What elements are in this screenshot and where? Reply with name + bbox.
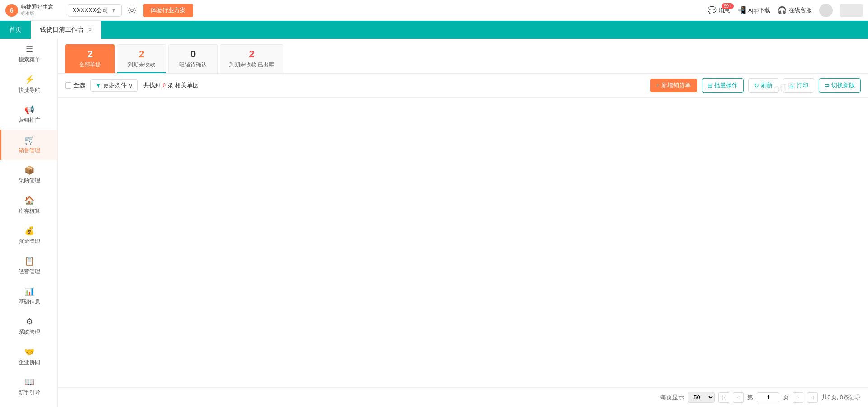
close-tab-icon[interactable]: ✕ bbox=[88, 27, 92, 33]
company-selector[interactable]: XXXXXX公司 ▼ bbox=[68, 4, 122, 17]
online-service-item[interactable]: 🎧 在线客服 bbox=[778, 6, 812, 14]
result-prefix: 共找到 bbox=[143, 82, 161, 89]
stat-all-label: 全部单据 bbox=[75, 61, 105, 69]
stat-wangpu-count: 0 bbox=[178, 48, 208, 60]
last-page-button[interactable]: ⟩⟩ bbox=[807, 392, 818, 403]
sidebar-item-label: 系统管理 bbox=[19, 328, 40, 336]
sidebar-item-apps[interactable]: 📱 应用中心 bbox=[0, 402, 57, 407]
switch-icon: ⇄ bbox=[825, 82, 830, 89]
stat-wangpu-label: 旺铺待确认 bbox=[178, 61, 208, 69]
sidebar-item-label: 新手引导 bbox=[19, 389, 40, 397]
experience-button[interactable]: 体验行业方案 bbox=[143, 4, 193, 17]
tab-bar: 首页 钱货日清工作台 ✕ bbox=[0, 21, 868, 39]
notification-item[interactable]: 💬 消息 99 bbox=[708, 6, 730, 14]
system-icon: ⚙ bbox=[26, 317, 33, 327]
first-page-button[interactable]: ⟨⟨ bbox=[718, 392, 729, 403]
filter-button[interactable]: ▼ 更多条件 ∨ bbox=[90, 79, 138, 92]
logo-name: 畅捷通好生意 bbox=[21, 4, 53, 11]
settings-button[interactable] bbox=[125, 4, 139, 17]
print-button[interactable]: 🖨 打印 bbox=[783, 78, 814, 93]
filter-label: 更多条件 bbox=[103, 81, 127, 89]
sidebar-item-system[interactable]: ⚙ 系统管理 bbox=[0, 311, 57, 342]
logo-subtitle: 标准版 bbox=[21, 10, 53, 17]
data-table-area bbox=[58, 98, 868, 387]
switch-version-button[interactable]: ⇄ 切换新版 bbox=[819, 78, 861, 93]
enterprise-icon: 🤝 bbox=[24, 347, 34, 357]
sidebar-item-quicknav[interactable]: ⚡ 快捷导航 bbox=[0, 69, 57, 99]
stat-overdue-label: 到期未收款 bbox=[126, 61, 157, 69]
total-info: 共0页, 0条记录 bbox=[821, 393, 861, 402]
sidebar-item-enterprise[interactable]: 🤝 企业协同 bbox=[0, 342, 57, 372]
sidebar-item-label: 基础信息 bbox=[19, 298, 40, 306]
page-number-input[interactable]: 1 bbox=[757, 392, 779, 402]
username-display bbox=[840, 4, 863, 17]
operations-icon: 📋 bbox=[24, 256, 34, 266]
filter-icon: ▼ bbox=[95, 82, 101, 89]
next-page-button[interactable]: ＞ bbox=[793, 392, 803, 403]
stat-tab-shipped[interactable]: 2 到期未收款 已出库 bbox=[220, 44, 283, 73]
sidebar-item-operations[interactable]: 📋 经营管理 bbox=[0, 251, 57, 281]
sidebar-item-basic[interactable]: 📊 基础信息 bbox=[0, 281, 57, 311]
headset-icon: 🎧 bbox=[778, 6, 787, 14]
tab-workbench[interactable]: 钱货日清工作台 ✕ bbox=[31, 21, 101, 39]
sidebar-item-label: 搜索菜单 bbox=[19, 56, 40, 64]
batch-operation-button[interactable]: ⊞ 批量操作 bbox=[702, 78, 744, 93]
app-download-item[interactable]: 📲 App下载 bbox=[737, 6, 770, 14]
batch-label: 批量操作 bbox=[714, 81, 738, 89]
svg-point-0 bbox=[131, 9, 133, 12]
switch-label: 切换新版 bbox=[831, 81, 855, 89]
refresh-button[interactable]: ↻ 刷新 bbox=[748, 78, 778, 93]
sidebar-item-label: 库存核算 bbox=[19, 207, 40, 215]
select-all-checkbox[interactable] bbox=[65, 82, 71, 89]
finance-icon: 💰 bbox=[24, 226, 34, 236]
sidebar-item-search[interactable]: ☰ 搜索菜单 bbox=[0, 39, 57, 69]
stat-shipped-count: 2 bbox=[229, 48, 274, 60]
per-page-select[interactable]: 50 100 200 bbox=[688, 392, 715, 403]
tab-home[interactable]: 首页 bbox=[0, 21, 31, 39]
sidebar: ☰ 搜索菜单 ⚡ 快捷导航 📢 营销推广 🛒 销售管理 📦 采购管理 🏠 库存核… bbox=[0, 39, 58, 407]
sidebar-item-purchase[interactable]: 📦 采购管理 bbox=[0, 160, 57, 190]
sidebar-item-marketing[interactable]: 📢 营销推广 bbox=[0, 99, 57, 130]
stat-tab-wangpu[interactable]: 0 旺铺待确认 bbox=[168, 44, 218, 73]
stat-overdue-count: 2 bbox=[126, 48, 157, 60]
result-text: 共找到 0 条 相关单据 bbox=[143, 81, 198, 89]
content-area: 2 全部单据 2 到期未收款 0 旺铺待确认 2 到期未收款 已出库 全选 bbox=[58, 39, 868, 407]
print-label: 打印 bbox=[797, 81, 808, 89]
select-all-label: 全选 bbox=[73, 81, 85, 89]
sidebar-item-label: 快捷导航 bbox=[19, 86, 40, 94]
stat-tab-all[interactable]: 2 全部单据 bbox=[65, 44, 115, 73]
refresh-label: 刷新 bbox=[761, 81, 773, 89]
logo-icon: 6 bbox=[5, 4, 18, 17]
sidebar-item-sales[interactable]: 🛒 销售管理 bbox=[0, 130, 57, 160]
online-service-label: 在线客服 bbox=[788, 6, 812, 14]
sidebar-item-label: 企业协同 bbox=[19, 359, 40, 366]
download-icon: 📲 bbox=[737, 6, 746, 14]
logo-area: 6 畅捷通好生意 标准版 bbox=[5, 4, 63, 17]
avatar[interactable] bbox=[819, 4, 833, 17]
quick-nav-icon: ⚡ bbox=[24, 75, 34, 84]
notification-badge: 99 bbox=[722, 3, 734, 9]
chevron-down-icon: ▼ bbox=[111, 7, 117, 14]
tab-home-label: 首页 bbox=[9, 26, 22, 34]
toolbar-right: + 新增销货单 ⊞ 批量操作 ↻ 刷新 🖨 打印 ⇄ 切换新版 bbox=[650, 78, 861, 93]
stat-tab-overdue[interactable]: 2 到期未收款 bbox=[117, 44, 166, 73]
sidebar-item-label: 营销推广 bbox=[19, 117, 40, 124]
inventory-icon: 🏠 bbox=[24, 196, 34, 206]
sidebar-item-label: 销售管理 bbox=[19, 147, 40, 154]
sidebar-item-label: 采购管理 bbox=[19, 177, 40, 185]
tab-underline bbox=[117, 72, 166, 73]
sidebar-item-label: 资金管理 bbox=[19, 238, 40, 245]
new-sales-order-button[interactable]: + 新增销货单 bbox=[650, 79, 697, 92]
sidebar-item-guide[interactable]: 📖 新手引导 bbox=[0, 372, 57, 402]
tab-workbench-label: 钱货日清工作台 bbox=[40, 26, 84, 34]
prev-page-button[interactable]: ＜ bbox=[733, 392, 744, 403]
sales-icon: 🛒 bbox=[24, 135, 34, 145]
purchase-icon: 📦 bbox=[24, 165, 34, 175]
result-suffix: 条 bbox=[168, 82, 174, 89]
app-download-label: App下载 bbox=[748, 6, 770, 14]
sidebar-item-finance[interactable]: 💰 资金管理 bbox=[0, 220, 57, 251]
toolbar: 全选 ▼ 更多条件 ∨ 共找到 0 条 相关单据 + 新增销货单 ⊞ 批量操作 bbox=[58, 74, 868, 98]
sidebar-item-inventory[interactable]: 🏠 库存核算 bbox=[0, 190, 57, 220]
print-icon: 🖨 bbox=[789, 82, 795, 89]
chevron-icon: ∨ bbox=[128, 82, 133, 89]
